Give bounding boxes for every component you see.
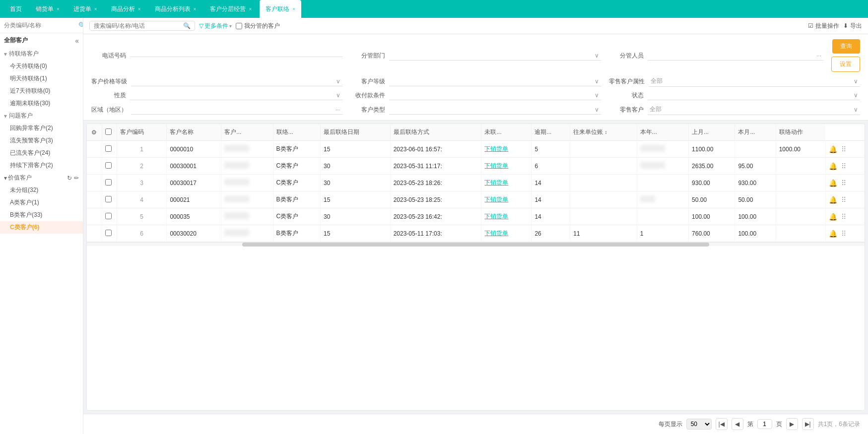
row-checkbox-0[interactable]: [105, 145, 112, 152]
export-btn[interactable]: ⬇ 导出: [843, 22, 862, 30]
cell-action-0[interactable]: 🔔 ⠿: [825, 141, 865, 158]
cell-action-3[interactable]: 🔔 ⠿: [825, 191, 865, 208]
table-scrollbar[interactable]: [87, 242, 865, 246]
prev-page-btn[interactable]: ◀: [732, 418, 743, 430]
row-checkbox-5[interactable]: [105, 230, 112, 236]
action-menu-icon-3[interactable]: ⠿: [841, 196, 846, 204]
row-checkbox-2[interactable]: [105, 179, 112, 186]
search-icon[interactable]: 🔍: [78, 22, 83, 29]
search-input[interactable]: [94, 22, 183, 29]
cell-action-5[interactable]: 🔔 ⠿: [825, 225, 865, 242]
nav-purchase[interactable]: 进货单 ×: [67, 0, 103, 18]
region-select[interactable]: ···: [131, 105, 342, 115]
refresh-icon[interactable]: ↻: [67, 175, 72, 182]
retail-customer-select[interactable]: 全部 ∨: [648, 104, 860, 115]
status-select[interactable]: ∨: [648, 91, 860, 100]
select-all-checkbox[interactable]: [105, 128, 112, 135]
nav-customer-contact[interactable]: 客户联络 ×: [260, 0, 301, 18]
edit-icon[interactable]: ✏: [74, 175, 79, 182]
query-button[interactable]: 查询: [832, 39, 860, 54]
action-menu-icon-1[interactable]: ⠿: [841, 162, 846, 170]
sidebar-item-repurchase-abnormal[interactable]: 回购异常客户(2): [0, 122, 83, 134]
sidebar-item-tomorrow[interactable]: 明天待联络(1): [0, 72, 83, 85]
cell-checkbox-0[interactable]: [102, 141, 117, 158]
sidebar-item-b-class[interactable]: B类客户(33): [0, 209, 83, 221]
nav-product-analysis-close[interactable]: ×: [138, 6, 141, 12]
cell-action-1[interactable]: 🔔 ⠿: [825, 158, 865, 175]
set-button[interactable]: 设置: [831, 57, 860, 72]
cell-checkbox-5[interactable]: [102, 225, 117, 242]
sidebar-item-a-class[interactable]: A类客户(1): [0, 196, 83, 209]
sidebar-pending-group[interactable]: 待联络客户: [0, 48, 83, 60]
sidebar-item-churned[interactable]: 已流失客户(24): [0, 147, 83, 159]
cell-checkbox-2[interactable]: [102, 175, 117, 191]
nav-product-list-close[interactable]: ×: [194, 6, 197, 12]
page-input[interactable]: [757, 419, 772, 429]
action-bell-icon-4[interactable]: 🔔: [829, 213, 837, 221]
payment-select[interactable]: ∨: [389, 91, 601, 100]
manager-select[interactable]: ···: [648, 51, 823, 61]
my-customers-check[interactable]: [236, 23, 242, 29]
sidebar-value-group[interactable]: ▾ 价值客户 ↻ ✏: [0, 172, 83, 184]
cell-method-0[interactable]: 下销货单: [481, 141, 532, 158]
phone-input[interactable]: [130, 55, 342, 57]
search-submit-icon[interactable]: 🔍: [183, 22, 191, 29]
action-bell-icon-1[interactable]: 🔔: [829, 162, 837, 170]
search-wrap[interactable]: 🔍: [89, 21, 195, 31]
more-conditions-btn[interactable]: ▽ 更多条件 ▾: [199, 22, 232, 30]
nav-sales[interactable]: 销货单 ×: [30, 0, 66, 18]
sidebar-item-churn-warning[interactable]: 流失预警客户(3): [0, 134, 83, 147]
nav-product-list[interactable]: 商品分析列表 ×: [149, 0, 202, 18]
nature-select[interactable]: ∨: [130, 91, 342, 100]
sidebar-item-c-class[interactable]: C类客户(6): [0, 221, 83, 234]
row-checkbox-4[interactable]: [105, 213, 112, 219]
last-page-btn[interactable]: ▶|: [802, 418, 814, 430]
row-checkbox-1[interactable]: [105, 162, 112, 169]
my-customers-checkbox[interactable]: 我分管的客户: [236, 22, 280, 30]
sidebar-item-overdue[interactable]: 逾期未联络(30): [0, 97, 83, 110]
nav-home[interactable]: 首页: [4, 0, 28, 18]
cell-method-1[interactable]: 下销货单: [481, 158, 532, 175]
nav-customer-contact-close[interactable]: ×: [292, 6, 295, 12]
nav-product-analysis[interactable]: 商品分析 ×: [105, 0, 147, 18]
action-bell-icon-2[interactable]: 🔔: [829, 179, 837, 187]
sidebar-search-input[interactable]: [4, 22, 78, 29]
customer-grade-select[interactable]: ∨: [389, 77, 601, 86]
cell-checkbox-4[interactable]: [102, 208, 117, 225]
next-page-btn[interactable]: ▶: [786, 418, 798, 430]
cell-method-2[interactable]: 下销货单: [481, 175, 532, 191]
cell-method-4[interactable]: 下销货单: [481, 208, 532, 225]
cell-action-4[interactable]: 🔔 ⠿: [825, 208, 865, 225]
sidebar-item-ungrouped[interactable]: 未分组(32): [0, 184, 83, 196]
page-size-select[interactable]: 50 20 100: [686, 419, 712, 430]
nav-sales-close[interactable]: ×: [57, 6, 60, 12]
collapse-icon[interactable]: «: [75, 37, 79, 45]
cell-action-2[interactable]: 🔔 ⠿: [825, 175, 865, 191]
cell-checkbox-1[interactable]: [102, 158, 117, 175]
cell-method-3[interactable]: 下销货单: [481, 191, 532, 208]
sidebar-all-customers[interactable]: 全部客户 «: [0, 33, 83, 48]
checkbox-th[interactable]: [102, 124, 117, 141]
action-menu-icon-5[interactable]: ⠿: [841, 230, 846, 238]
row-checkbox-3[interactable]: [105, 196, 112, 202]
action-menu-icon-4[interactable]: ⠿: [841, 213, 846, 221]
action-menu-icon-2[interactable]: ⠿: [841, 179, 846, 187]
nav-customer-tier-close[interactable]: ×: [249, 6, 252, 12]
first-page-btn[interactable]: |◀: [716, 418, 728, 430]
nav-purchase-close[interactable]: ×: [94, 6, 97, 12]
dept-select[interactable]: ∨: [389, 51, 601, 61]
action-bell-icon-3[interactable]: 🔔: [829, 196, 837, 204]
nav-customer-tier[interactable]: 客户分层经营 ×: [204, 0, 258, 18]
action-menu-icon-0[interactable]: ⠿: [841, 145, 846, 153]
sidebar-item-declining[interactable]: 持续下滑客户(2): [0, 159, 83, 172]
sidebar-item-today[interactable]: 今天待联络(0): [0, 60, 83, 72]
customer-level-select[interactable]: ∨: [131, 77, 342, 86]
action-bell-icon-5[interactable]: 🔔: [829, 230, 837, 238]
cell-checkbox-3[interactable]: [102, 191, 117, 208]
sidebar-problem-group[interactable]: 问题客户: [0, 110, 83, 122]
settings-th[interactable]: ⚙: [87, 124, 102, 141]
sidebar-item-7days[interactable]: 近7天待联络(0): [0, 85, 83, 97]
batch-operation-btn[interactable]: ☑ 批量操作: [808, 22, 839, 30]
action-bell-icon-0[interactable]: 🔔: [829, 145, 837, 153]
sidebar-search-wrap[interactable]: 🔍: [0, 18, 83, 33]
